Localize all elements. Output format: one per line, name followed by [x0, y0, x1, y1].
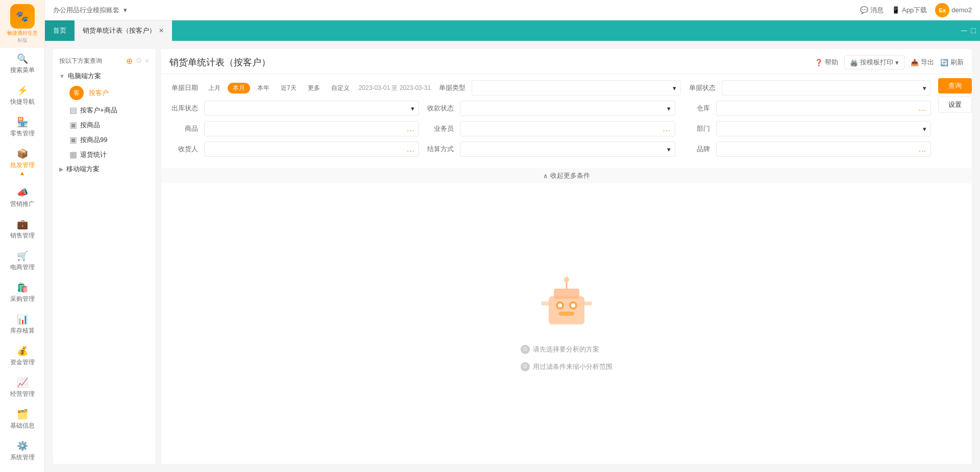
out-status-select[interactable]: ▾	[204, 101, 419, 116]
query-button[interactable]: 查询	[938, 78, 972, 93]
goods-ellipsis[interactable]: …	[406, 124, 414, 133]
collapse-panel-icon[interactable]: «	[145, 56, 149, 66]
receipt-status-label: 收款状态	[425, 104, 454, 113]
print-label: 按模板打印	[860, 58, 893, 67]
setting-button[interactable]: 设置	[938, 97, 972, 113]
logo-text: 畅捷通好生意	[7, 30, 38, 37]
sidebar-item-system[interactable]: ⚙️ 系统管理	[0, 435, 44, 467]
sidebar-item-wholesale[interactable]: 📦 批发管理 ▲	[0, 143, 44, 182]
date-btn-this-year[interactable]: 本年	[253, 83, 274, 93]
section-label: 电脑端方案	[68, 72, 101, 81]
date-btn-this-month[interactable]: 本月	[228, 83, 250, 93]
operations-icon: 📈	[17, 377, 28, 388]
sidebar-item-operations[interactable]: 📈 经营管理	[0, 372, 44, 404]
brand-ellipsis[interactable]: …	[918, 145, 926, 154]
dropdown-icon[interactable]: ▾	[124, 6, 127, 14]
print-button[interactable]: 🖨️ 按模板打印 ▾	[844, 55, 904, 69]
receiver-select[interactable]: …	[204, 141, 419, 157]
sidebar-item-ecommerce[interactable]: 🛒 电商管理	[0, 245, 44, 277]
scheme-by-customer[interactable]: 客 按客户	[65, 83, 155, 103]
receiver-ellipsis[interactable]: …	[406, 145, 414, 154]
sidebar-item-basic[interactable]: 🗂️ 基础信息	[0, 404, 44, 435]
warehouse-select[interactable]: …	[716, 101, 931, 116]
export-icon: 📥	[911, 59, 919, 66]
date-btn-custom[interactable]: 自定义	[327, 83, 354, 93]
content-area: 按以下方案查询 ⊕ ⊙ « ▼ 电脑端方案 客 按客户 ▤ 按客	[45, 41, 980, 472]
sidebar-item-label: 经营管理	[10, 390, 35, 398]
hint-num-2: ②	[521, 362, 530, 371]
sidebar-item-search[interactable]: 🔍 搜索菜单	[0, 48, 44, 80]
collapse-bar[interactable]: ∧ 收起更多条件	[161, 168, 972, 183]
sidebar-item-label: 快捷导航	[10, 98, 35, 106]
receipt-status-dropdown-icon: ▾	[667, 105, 671, 112]
settings-scheme-icon[interactable]: ⊙	[136, 56, 142, 66]
message-icon: 💬	[860, 6, 868, 14]
svg-rect-4	[559, 312, 574, 316]
svg-point-6	[571, 303, 575, 308]
receipt-status-select[interactable]: ▾	[460, 101, 675, 116]
scheme-return-stats[interactable]: ▦ 退货统计	[65, 147, 155, 162]
app-download-button[interactable]: 📱 App下载	[892, 6, 927, 15]
sidebar-item-sales[interactable]: 💼 销售管理	[0, 214, 44, 245]
tree-section-mobile[interactable]: ▶ 移动端方案	[53, 162, 155, 176]
message-button[interactable]: 💬 消息	[860, 6, 884, 15]
order-type-dropdown-icon: ▾	[673, 84, 676, 92]
sales-tab-label: 销货单统计表（按客户）	[83, 26, 156, 35]
topbar: 办公用品行业模拟账套 ▾ 💬 消息 📱 App下载 Ea demo2	[45, 0, 980, 20]
date-btn-last-7-days[interactable]: 近7天	[277, 83, 301, 93]
app-icon: 📱	[892, 6, 900, 14]
user-profile[interactable]: Ea demo2	[935, 3, 972, 17]
settlement-label: 结算方式	[425, 145, 454, 154]
logo-subtitle: 标版	[17, 37, 28, 44]
department-select[interactable]: ▾	[716, 121, 931, 136]
add-scheme-icon[interactable]: ⊕	[126, 56, 133, 66]
sidebar-item-finance[interactable]: 💰 资金管理	[0, 340, 44, 372]
sidebar-item-marketing[interactable]: 📣 营销推广	[0, 182, 44, 214]
side-buttons: 查询 设置	[938, 74, 972, 117]
tab-sales-stats[interactable]: 销货单统计表（按客户） ✕	[75, 20, 172, 41]
order-type-select[interactable]: ▾	[472, 80, 681, 96]
settlement-select[interactable]: ▾	[460, 141, 675, 157]
sales-icon: 💼	[17, 219, 28, 230]
export-button[interactable]: 📥 导出	[911, 58, 934, 67]
sidebar-item-quick-nav[interactable]: ⚡ 快捷导航	[0, 80, 44, 111]
sidebar-item-retail[interactable]: 🏪 零售管理	[0, 111, 44, 143]
expand-icon: ▶	[59, 166, 63, 173]
tab-home[interactable]: 首页	[45, 20, 75, 41]
sidebar-item-cooperation[interactable]: 🤝 企业协同	[0, 467, 44, 472]
maximize-icon[interactable]: □	[971, 26, 976, 35]
scheme-by-goods[interactable]: ▣ 按商品	[65, 117, 155, 132]
hint-text-2: 用过滤条件来缩小分析范围	[533, 362, 612, 371]
topbar-right: 💬 消息 📱 App下载 Ea demo2	[860, 3, 972, 17]
refresh-button[interactable]: 🔄 刷新	[940, 58, 964, 67]
sidebar-item-purchase[interactable]: 🛍️ 采购管理	[0, 277, 44, 309]
search-icon: 🔍	[17, 53, 28, 64]
date-btn-last-month[interactable]: 上月	[204, 83, 225, 93]
sidebar-item-label: 销售管理	[10, 231, 35, 240]
svg-rect-9	[541, 301, 550, 305]
salesperson-select[interactable]: …	[460, 121, 675, 136]
svg-rect-0	[549, 296, 584, 324]
order-status-select[interactable]: ▾	[722, 80, 931, 96]
brand-select[interactable]: …	[716, 141, 931, 157]
goods-select[interactable]: …	[204, 121, 419, 136]
sidebar-item-inventory[interactable]: 📊 库存核算	[0, 309, 44, 340]
settlement-dropdown-icon: ▾	[667, 146, 671, 153]
scheme-by-goods-99[interactable]: ▣ 按商品99	[65, 132, 155, 147]
sidebar-item-label: 采购管理	[10, 295, 35, 303]
avatar: Ea	[935, 3, 949, 17]
tree-section-pc[interactable]: ▼ 电脑端方案	[53, 69, 155, 83]
date-btn-more[interactable]: 更多	[304, 83, 324, 93]
tab-close-icon[interactable]: ✕	[159, 27, 164, 34]
empty-hints: ① 请先选择要分析的方案 ② 用过滤条件来缩小分析范围	[521, 345, 612, 375]
refresh-label: 刷新	[950, 58, 964, 67]
sidebar: 🐾 畅捷通好生意 标版 🔍 搜索菜单 ⚡ 快捷导航 🏪 零售管理 📦 批发管理 …	[0, 0, 45, 472]
topbar-left: 办公用品行业模拟账套 ▾	[53, 6, 127, 15]
scheme-by-customer-goods[interactable]: ▤ 按客户+商品	[65, 103, 155, 117]
date-range-text: 2023-03-01 至 2023-03-31	[359, 84, 431, 92]
department-label: 部门	[681, 124, 710, 133]
help-button[interactable]: ❓ 帮助	[815, 58, 838, 67]
salesperson-ellipsis[interactable]: …	[663, 124, 671, 133]
minimize-icon[interactable]: ─	[961, 26, 967, 35]
scheme-icon: ▦	[69, 150, 77, 159]
